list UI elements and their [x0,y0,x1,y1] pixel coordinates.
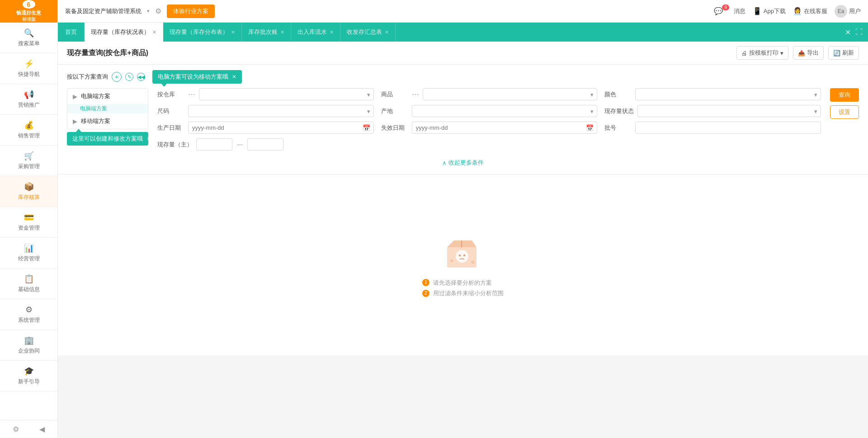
collapse-more-btn[interactable]: ∧ 收起更多条件 [67,155,859,169]
sidebar-item-sales[interactable]: 💰 销售管理 [0,115,57,146]
filter-warehouse: 按仓库 ⋯ [157,88,374,100]
expire-date-calendar-icon[interactable]: 📅 [586,124,594,132]
stock-main-label: 现存量（主） [157,141,193,149]
basic-info-icon: 📋 [24,274,34,284]
expire-date-wrap: 📅 [412,122,598,134]
trial-button[interactable]: 体验行业方案 [167,5,215,18]
svg-point-5 [450,259,453,262]
filter-row-4: 现存量（主） — [157,138,821,151]
search-button[interactable]: 查询 [830,88,859,102]
hint-text-1: 请先选择要分析的方案 [433,278,492,288]
sidebar-item-enterprise[interactable]: 🏢 企业协同 [0,330,57,361]
tab-close-all-icon[interactable]: ✕ [845,28,851,37]
sidebar-item-system[interactable]: ⚙ 系统管理 [0,299,57,330]
tab-receive-summary-close[interactable]: ✕ [385,29,389,35]
tab-inventory-status[interactable]: 现存量（库存状况表） ✕ [85,23,163,42]
refresh-btn[interactable]: 🔄 刷新 [828,46,859,60]
tab-batch-ledger[interactable]: 库存批次账 ✕ [242,23,291,42]
app-download-icon: 📱 [753,7,762,15]
sidebar-item-label: 经营管理 [18,255,40,263]
sidebar-item-management[interactable]: 📊 经营管理 [0,238,57,268]
tab-inventory-distribution[interactable]: 现存量（库存分布表） ✕ [163,23,242,42]
messages-btn[interactable]: 💬 9 消息 [714,7,745,15]
search-action-btns: 查询 设置 [830,88,859,151]
system-dropdown-icon[interactable]: ▾ [147,8,150,14]
color-select[interactable] [635,88,821,100]
sidebar-item-marketing[interactable]: 📢 营销推广 [0,84,57,115]
filter-expire-date: 失效日期 📅 [381,122,598,134]
scheme-item-mobile[interactable]: ▶ 移动端方案 [67,113,148,129]
scheme-panel-wrap: ▶ 电脑端方案 电脑端方案 ▶ 移动端方案 [67,88,148,151]
tab-receive-summary-label: 收发存汇总表 [347,28,382,36]
export-label: 导出 [807,49,819,57]
stock-status-select-wrap [637,105,821,117]
tab-inout-flow-close[interactable]: ✕ [330,29,334,35]
app-download-btn[interactable]: 📱 App下载 [753,7,786,15]
goods-select[interactable] [423,88,598,100]
sidebar-bottom: ⚙ ◀ [0,420,57,438]
tooltip-scheme-close[interactable]: ✕ [232,74,236,80]
stock-main-from[interactable] [196,138,232,151]
filter-area: 按以下方案查询 + ✎ ◀◀ 电脑方案可设为移动方案哦 ✕ [58,65,868,174]
batch-no-label: 批号 [604,124,632,132]
scheme-item-desktop[interactable]: ▶ 电脑端方案 [67,89,148,104]
messages-icon: 💬 [714,7,723,15]
sidebar-item-quick-nav[interactable]: ⚡ 快捷导航 [0,53,57,84]
set-button[interactable]: 设置 [830,105,859,119]
svg-point-2 [456,250,468,263]
filter-row-1: 按仓库 ⋯ 商品 ⋯ [157,88,821,100]
filter-label: 按以下方案查询 [67,73,108,81]
origin-label: 产地 [381,107,408,115]
tab-inventory-status-close[interactable]: ✕ [152,29,156,35]
color-select-wrap [635,88,821,100]
tooltip-create-close[interactable]: ✕ [146,136,151,142]
batch-no-input[interactable] [635,122,821,134]
management-icon: 📊 [24,243,34,253]
hint-text-2: 用过滤条件来缩小分析范围 [433,288,504,298]
print-btn[interactable]: 🖨 按模板打印 ▾ [736,46,788,60]
warehouse-select[interactable] [199,88,374,100]
size-select[interactable] [188,105,374,117]
settings-gear-icon[interactable]: ⚙ [155,7,161,15]
online-support-btn[interactable]: 👩‍💼 在线客服 [793,7,827,15]
sidebar-collapse-btn[interactable]: ◀ [39,425,45,433]
prod-date-calendar-icon[interactable]: 📅 [363,124,370,132]
tab-home[interactable]: 首页 [58,23,85,42]
tab-receive-summary[interactable]: 收发存汇总表 ✕ [340,23,396,42]
sidebar-item-purchase[interactable]: 🛒 采购管理 [0,146,57,176]
export-icon: 📤 [798,50,805,57]
expire-date-input[interactable] [412,122,598,134]
user-btn[interactable]: Ea 用户 [835,5,861,18]
user-avatar: Ea [835,5,847,18]
sidebar-item-label: 库存核算 [18,193,40,201]
enterprise-icon: 🏢 [24,335,34,345]
user-avatar-text: Ea [838,8,844,14]
sidebar-item-basic-info[interactable]: 📋 基础信息 [0,268,57,299]
prev-scheme-btn[interactable]: ◀◀ [137,73,145,81]
sidebar-item-guide[interactable]: 🎓 新手引导 [0,361,57,391]
filter-row-header: 按以下方案查询 + ✎ ◀◀ 电脑方案可设为移动方案哦 ✕ [67,70,859,84]
prod-date-input[interactable] [188,122,374,134]
filter-color: 颜色 [604,88,821,100]
tab-inout-flow[interactable]: 出入库流水 ✕ [291,23,340,42]
messages-label: 消息 [734,7,745,15]
stock-main-to[interactable] [247,138,283,151]
origin-select[interactable] [412,105,598,117]
tooltip-scheme-container: 电脑方案可设为移动方案哦 ✕ [152,70,242,84]
sidebar-item-finance[interactable]: 💳 资金管理 [0,207,57,238]
scheme-sub-item[interactable]: 电脑端方案 [67,104,148,113]
guide-icon: 🎓 [24,366,34,376]
page-actions: 🖨 按模板打印 ▾ 📤 导出 🔄 刷新 [736,46,859,60]
tab-batch-ledger-close[interactable]: ✕ [280,29,284,35]
edit-scheme-btn[interactable]: ✎ [125,73,133,81]
stock-status-select[interactable] [637,105,821,117]
tab-inventory-distribution-close[interactable]: ✕ [231,29,235,35]
sidebar-settings-btn[interactable]: ⚙ [13,425,19,433]
add-scheme-btn[interactable]: + [112,72,122,82]
sidebar: 6 畅通好生意 标准版 🔍 搜索菜单 ⚡ 快捷导航 📢 营销推广 💰 销售管理 … [0,0,58,438]
sidebar-item-inventory[interactable]: 📦 库存核算 [0,176,57,207]
export-btn[interactable]: 📤 导出 [793,46,824,60]
print-dropdown-icon: ▾ [780,50,783,57]
sidebar-item-search-menu[interactable]: 🔍 搜索菜单 [0,23,57,53]
tab-expand-icon[interactable]: ⛶ [855,28,863,36]
